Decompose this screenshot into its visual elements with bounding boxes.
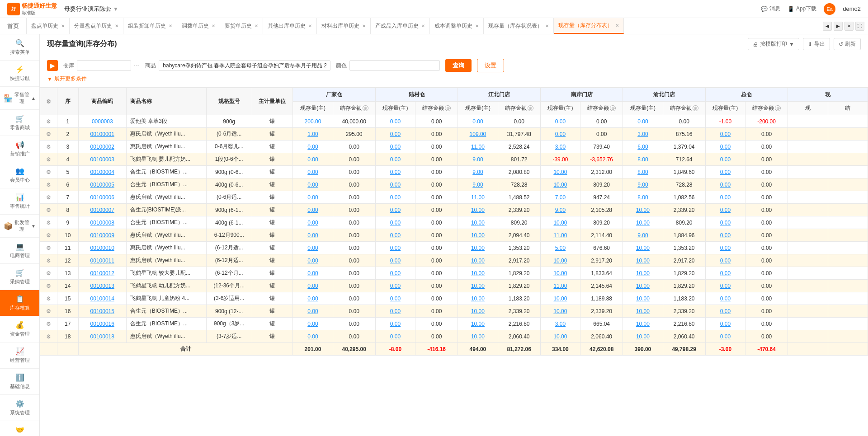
sidebar-item-nav[interactable]: ⚡ 快捷导航: [0, 61, 39, 87]
td-gear[interactable]: ⚙: [40, 242, 57, 254]
row-gear-icon[interactable]: ⚙: [46, 258, 51, 264]
tab-chengpinru[interactable]: 产成品入库单历史 ✕: [371, 18, 430, 34]
gear-icon[interactable]: ⚙: [46, 98, 51, 105]
tab-close-icon[interactable]: ✕: [169, 23, 172, 28]
row-gear-icon[interactable]: ⚙: [46, 245, 51, 251]
tab-yaohuo[interactable]: 要货单历史 ✕: [220, 18, 263, 34]
th-gear[interactable]: ⚙: [40, 88, 57, 115]
tab-xiancun2[interactable]: 现存量（库存分布表） ✕: [554, 18, 624, 34]
tab-close-icon[interactable]: ✕: [475, 23, 479, 28]
sidebar-item-purchase[interactable]: 🛒 采购管理: [0, 264, 39, 290]
td-gear[interactable]: ⚙: [40, 318, 57, 330]
td-gear[interactable]: ⚙: [40, 280, 57, 292]
sidebar-item-inventory[interactable]: 📋 库存核算: [0, 290, 39, 316]
dropdown-icon[interactable]: ▼: [113, 6, 118, 12]
tab-close-icon[interactable]: ✕: [255, 23, 258, 28]
tab-close-icon[interactable]: ✕: [545, 23, 549, 28]
td-gear[interactable]: ⚙: [40, 267, 57, 280]
td-f4-qty: 10.00: [540, 216, 580, 229]
tab-close-all-btn[interactable]: ✕: [844, 22, 854, 31]
td-gear[interactable]: ⚙: [40, 204, 57, 216]
row-gear-icon[interactable]: ⚙: [46, 283, 51, 289]
row-gear-icon[interactable]: ⚙: [46, 194, 51, 201]
table-container[interactable]: ⚙ 序 商品编码 商品名称 规格型号 主计量单位 厂家仓 陆村仓 江北门店 南岸…: [40, 88, 868, 436]
print-btn[interactable]: 🖨 按模版打印 ▼: [748, 38, 799, 50]
td-gear[interactable]: ⚙: [40, 254, 57, 267]
row-gear-icon[interactable]: ⚙: [46, 333, 51, 340]
row-gear-icon[interactable]: ⚙: [46, 321, 51, 327]
sidebar-item-collab[interactable]: 🤝 企业协同: [0, 421, 39, 436]
tab-chengben[interactable]: 成本调整单历史 ✕: [430, 18, 484, 34]
tab-pandian[interactable]: 盘点单历史 ✕: [27, 18, 70, 34]
tab-cailiaochu[interactable]: 材料出库单历史 ✕: [317, 18, 371, 34]
sidebar-item-operation[interactable]: 📈 经营管理: [0, 342, 39, 369]
td-gear[interactable]: ⚙: [40, 128, 57, 141]
td-gear[interactable]: ⚙: [40, 229, 57, 242]
row-gear-icon[interactable]: ⚙: [46, 131, 51, 137]
row-gear-icon[interactable]: ⚙: [46, 308, 51, 314]
expand-more-btn[interactable]: ▼ 展开更多条件: [47, 75, 861, 83]
td-gear[interactable]: ⚙: [40, 178, 57, 191]
tab-home[interactable]: 首页: [0, 18, 27, 34]
tab-close-icon[interactable]: ✕: [308, 23, 312, 28]
tab-fenpan[interactable]: 分量盘点单历史 ✕: [70, 18, 123, 34]
tab-qitachu[interactable]: 其他出库单历史 ✕: [263, 18, 317, 34]
row-gear-icon[interactable]: ⚙: [46, 144, 51, 150]
td-gear[interactable]: ⚙: [40, 292, 57, 305]
row-gear-icon[interactable]: ⚙: [46, 220, 51, 226]
sidebar-item-basic[interactable]: ℹ️ 基础信息: [0, 369, 39, 395]
sidebar-item-retail-stats[interactable]: 📊 零售统计: [0, 188, 39, 215]
th-c-qty: 现: [788, 102, 828, 115]
tab-close-icon[interactable]: ✕: [115, 23, 118, 28]
row-gear-icon[interactable]: ⚙: [46, 295, 51, 302]
goods-input[interactable]: [159, 60, 330, 71]
td-gear[interactable]: ⚙: [40, 153, 57, 166]
warehouse-input[interactable]: [77, 60, 131, 71]
row-gear-icon[interactable]: ⚙: [46, 169, 51, 175]
row-gear-icon[interactable]: ⚙: [46, 156, 51, 163]
td-gear[interactable]: ⚙: [40, 305, 57, 318]
export-btn[interactable]: ⬇ 导出: [803, 38, 830, 50]
tab-expand-btn[interactable]: ⛶: [855, 22, 864, 31]
row-gear-icon[interactable]: ⚙: [46, 232, 51, 239]
tab-close-icon[interactable]: ✕: [362, 23, 366, 28]
td-gear[interactable]: ⚙: [40, 216, 57, 229]
tab-next-btn[interactable]: ▶: [834, 22, 843, 31]
tab-close-icon[interactable]: ✕: [212, 23, 215, 28]
sidebar-item-wholesale[interactable]: 📦 批发管理 ▼: [0, 215, 39, 238]
dropdown-area[interactable]: 母婴行业演示陈套 ▼: [64, 5, 118, 13]
sidebar-item-retail-mgmt[interactable]: 🏪 零售管理 ▲: [0, 87, 39, 110]
msg-btn[interactable]: 💬 消息: [761, 5, 780, 13]
sidebar-item-system[interactable]: ⚙️ 系统管理: [0, 395, 39, 421]
row-gear-icon[interactable]: ⚙: [46, 270, 51, 277]
td-gear[interactable]: ⚙: [40, 115, 57, 128]
tab-zuzhe[interactable]: 组装折卸单历史 ✕: [123, 18, 177, 34]
td-t-qty: 0.00: [705, 305, 745, 318]
row-gear-icon[interactable]: ⚙: [46, 182, 51, 188]
tab-prev-btn[interactable]: ◀: [823, 22, 832, 31]
sidebar-item-member[interactable]: 👥 会员中心: [0, 162, 39, 188]
filter-toggle-btn[interactable]: ▶: [47, 60, 58, 71]
refresh-btn[interactable]: ↺ 刷新: [834, 38, 861, 50]
td-gear[interactable]: ⚙: [40, 191, 57, 204]
sidebar-item-search[interactable]: 🔍 搜索英单: [0, 34, 39, 61]
sidebar-item-finance[interactable]: 💰 资金管理: [0, 316, 39, 342]
query-btn[interactable]: 查询: [445, 59, 472, 72]
tab-close-icon[interactable]: ✕: [421, 23, 425, 28]
td-gear[interactable]: ⚙: [40, 141, 57, 153]
tab-diaobo[interactable]: 调拨单历史 ✕: [177, 18, 220, 34]
sidebar-item-marketing[interactable]: 📢 营销推广: [0, 136, 39, 162]
setting-btn[interactable]: 设置: [477, 59, 504, 72]
tab-close-icon[interactable]: ✕: [61, 23, 65, 28]
color-input[interactable]: [349, 60, 440, 71]
avatar[interactable]: Ea: [824, 3, 835, 15]
td-gear[interactable]: ⚙: [40, 166, 57, 178]
tab-xiancun1[interactable]: 现存量（库存状况表） ✕: [484, 18, 554, 34]
sidebar-item-ecom[interactable]: 💻 电商管理: [0, 238, 39, 264]
app-btn[interactable]: 📱 App下载: [788, 5, 816, 13]
row-gear-icon[interactable]: ⚙: [46, 207, 51, 213]
sidebar-item-mall[interactable]: 🛒 零售商城: [0, 110, 39, 136]
row-gear-icon[interactable]: ⚙: [46, 118, 51, 125]
tab-close-icon[interactable]: ✕: [615, 23, 619, 28]
td-gear[interactable]: ⚙: [40, 330, 57, 343]
